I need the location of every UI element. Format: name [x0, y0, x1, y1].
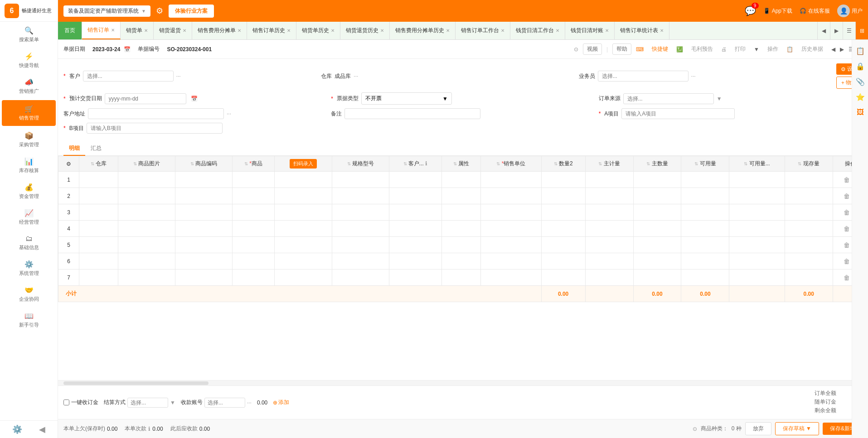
- tab-cash-reconcile[interactable]: 钱货日清对账 ✕: [565, 22, 615, 39]
- cell-product-code[interactable]: [175, 172, 232, 188]
- settings-bottom-icon[interactable]: ⚙️: [12, 424, 22, 434]
- cell-customer-code[interactable]: [389, 188, 441, 204]
- cell-available[interactable]: [681, 188, 729, 204]
- cell-product[interactable]: [232, 253, 275, 270]
- cell-qty2[interactable]: [541, 270, 585, 286]
- tab-cash-daily[interactable]: 钱货日清工作台 ✕: [510, 22, 565, 39]
- cell-available[interactable]: [681, 172, 729, 188]
- delete-row-button[interactable]: 🗑: [844, 176, 850, 183]
- cell-stock[interactable]: [785, 237, 833, 253]
- cell-available[interactable]: [681, 221, 729, 237]
- address-more-icon[interactable]: ···: [227, 111, 231, 117]
- salesperson-more-icon[interactable]: ···: [691, 73, 696, 79]
- cell-available2[interactable]: [729, 237, 785, 253]
- cell-scan[interactable]: [275, 270, 332, 286]
- cell-sales-unit[interactable]: [481, 172, 541, 188]
- tab-summary[interactable]: 汇总: [85, 142, 107, 156]
- close-tab-icon[interactable]: ✕: [501, 28, 504, 33]
- cell-product-image[interactable]: [118, 237, 175, 253]
- one-click-label[interactable]: 一键收订金: [63, 399, 98, 406]
- tab-sales-return[interactable]: 销货退货 ✕: [154, 22, 192, 39]
- save-draft-button[interactable]: 保存草稿 ▼: [775, 422, 819, 435]
- nav-prev-icon[interactable]: ◀: [831, 46, 835, 53]
- online-service-item[interactable]: 🎧 在线客服: [800, 7, 830, 15]
- sidebar-item-marketing[interactable]: 📣 营销推广: [0, 73, 58, 99]
- remarks-input[interactable]: [344, 108, 480, 119]
- customer-input[interactable]: [83, 71, 174, 82]
- tab-detail[interactable]: 明细: [63, 142, 85, 156]
- col-sales-unit[interactable]: ⇅ *销售单位: [481, 156, 541, 172]
- close-tab-icon[interactable]: ✕: [238, 28, 241, 33]
- cell-spec[interactable]: [332, 188, 389, 204]
- salesperson-input[interactable]: [598, 71, 689, 82]
- cell-attributes[interactable]: [442, 237, 481, 253]
- cell-main-unit[interactable]: [585, 221, 633, 237]
- cell-attributes[interactable]: [442, 221, 481, 237]
- tab-sales-order-history[interactable]: 销售订单历史 ✕: [247, 22, 296, 39]
- order-source-arrow[interactable]: ▼: [717, 96, 722, 102]
- cell-attributes[interactable]: [442, 188, 481, 204]
- account-more-icon[interactable]: ···: [247, 399, 252, 406]
- order-source-input[interactable]: [623, 93, 714, 104]
- sidebar-item-inventory[interactable]: 📊 库存核算: [0, 153, 58, 178]
- col-available2[interactable]: ⇅ 可用量...: [729, 156, 785, 172]
- cell-qty2[interactable]: [541, 172, 585, 188]
- settings-gear-icon[interactable]: ⚙: [156, 6, 163, 16]
- sidebar-item-system[interactable]: ⚙️ 系统管理: [0, 255, 58, 281]
- cell-product[interactable]: [232, 221, 275, 237]
- payment-method-input[interactable]: [127, 398, 168, 408]
- sidebar-item-basic-info[interactable]: 🗂 基础信息: [0, 230, 58, 255]
- cell-product-code[interactable]: [175, 188, 232, 204]
- horizontal-scrollbar[interactable]: [63, 381, 209, 385]
- cell-product[interactable]: [232, 188, 275, 204]
- cell-product-image[interactable]: [118, 188, 175, 204]
- operate-button[interactable]: 操作: [764, 44, 782, 54]
- cell-stock[interactable]: [785, 188, 833, 204]
- tab-expand-icon[interactable]: ⊞: [855, 22, 868, 40]
- cell-qty2[interactable]: [541, 188, 585, 204]
- cell-product-code[interactable]: [175, 237, 232, 253]
- save-draft-arrow[interactable]: ▼: [806, 425, 811, 432]
- cell-scan[interactable]: [275, 221, 332, 237]
- app-download-item[interactable]: 📱 App下载: [763, 7, 792, 15]
- close-tab-icon[interactable]: ✕: [111, 28, 115, 33]
- tab-sales-invoice[interactable]: 销货单 ✕: [121, 22, 154, 39]
- b-project-input[interactable]: [87, 123, 223, 134]
- close-tab-icon[interactable]: ✕: [380, 28, 384, 33]
- cell-attributes[interactable]: [442, 204, 481, 221]
- cell-product[interactable]: [232, 172, 275, 188]
- cell-sales-unit[interactable]: [481, 221, 541, 237]
- cell-sales-unit[interactable]: [481, 270, 541, 286]
- col-qty2[interactable]: ⇅ 数量2: [541, 156, 585, 172]
- col-product-code[interactable]: ⇅ 商品编码: [175, 156, 232, 172]
- collapse-icon[interactable]: ◀: [39, 424, 45, 434]
- close-tab-icon[interactable]: ✕: [605, 28, 609, 33]
- sidebar-item-operations[interactable]: 📈 经营管理: [0, 204, 58, 230]
- cell-qty2[interactable]: [541, 253, 585, 270]
- tab-invoice-history[interactable]: 销货单历史 ✕: [296, 22, 340, 39]
- cell-stock[interactable]: [785, 270, 833, 286]
- delete-row-button[interactable]: 🗑: [844, 193, 850, 200]
- cell-spec[interactable]: [332, 270, 389, 286]
- cell-sales-unit[interactable]: [481, 237, 541, 253]
- tab-return-history[interactable]: 销货退货历史 ✕: [340, 22, 390, 39]
- col-customer-code[interactable]: ⇅ 客户... ℹ: [389, 156, 441, 172]
- sidebar-item-quick-nav[interactable]: ⚡ 快捷导航: [0, 48, 58, 73]
- col-attributes[interactable]: ⇅ 属性: [442, 156, 481, 172]
- col-spec[interactable]: ⇅ 规格型号: [332, 156, 389, 172]
- cell-scan[interactable]: [275, 253, 332, 270]
- cell-qty2[interactable]: [541, 204, 585, 221]
- cell-main-unit[interactable]: [585, 188, 633, 204]
- col-available[interactable]: ⇅ 可用量: [681, 156, 729, 172]
- cell-product-image[interactable]: [118, 221, 175, 237]
- cell-available[interactable]: [681, 204, 729, 221]
- cell-available2[interactable]: [729, 172, 785, 188]
- delete-row-button[interactable]: 🗑: [844, 241, 850, 249]
- cell-warehouse[interactable]: [79, 204, 118, 221]
- col-scan[interactable]: 扫码录入: [275, 156, 332, 172]
- cell-scan[interactable]: [275, 188, 332, 204]
- tab-prev-icon[interactable]: ◀: [817, 22, 830, 40]
- col-product[interactable]: ⇅ *商品: [232, 156, 275, 172]
- close-tab-icon[interactable]: ✕: [660, 28, 664, 33]
- cell-available[interactable]: [681, 270, 729, 286]
